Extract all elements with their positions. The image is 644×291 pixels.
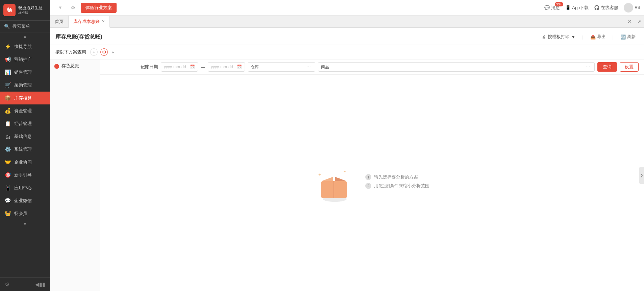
sidebar-item-member[interactable]: 👑 畅会员 — [0, 207, 50, 220]
tip-2-text: 用[过滤]条件来缩小分析范围 — [374, 183, 429, 189]
online-service-button[interactable]: 🎧 在线客服 — [594, 5, 618, 11]
warehouse-select[interactable]: 仓库 ··· — [248, 62, 315, 72]
sidebar-item-finance[interactable]: 💰 资金管理 — [0, 104, 50, 117]
sidebar-item-wechat[interactable]: 💬 企业微信 — [0, 194, 50, 207]
filter-settings-button[interactable]: ⚙ — [100, 48, 108, 56]
sidebar-item-label: 应用中心 — [14, 185, 32, 191]
plan-item-inventory-ledger[interactable]: ⬤ 存货总账 — [50, 59, 100, 72]
step-2-circle: 2 — [365, 183, 371, 189]
audio-icon[interactable]: ◀▮▮ — [35, 281, 45, 288]
sidebar: 畅 畅捷通好生意 标准版 🔍 搜索菜单 ▲ ⚡ 快捷导航 📢 营销推广 📊 销售… — [0, 0, 50, 291]
top-settings-icon[interactable]: ⚙ — [69, 3, 77, 12]
filter-conditions-row: 记账日期 yyyy-mm-dd 📅 — yyyy-mm-dd 📅 仓库 ··· — [100, 59, 644, 75]
query-button[interactable]: 查询 — [597, 62, 617, 72]
refresh-icon: 🔄 — [620, 34, 626, 40]
user-name: Rit — [635, 5, 640, 10]
filter-label: 按以下方案查询 — [55, 49, 86, 55]
empty-state: ✦ ✦ ✦ 1 请先选择要分析的方案 2 用[过滤]条件来缩小分析范围 — [100, 75, 644, 291]
scroll-up-btn[interactable]: ▲ — [0, 32, 50, 40]
sidebar-item-operations[interactable]: 📋 经营管理 — [0, 117, 50, 130]
right-panel-toggle[interactable]: ❯ — [639, 167, 644, 184]
export-icon: 📤 — [590, 34, 596, 40]
header-actions: 🖨 按模板打印 ▼ | 📤 导出 | 🔄 刷新 — [539, 32, 639, 41]
system-icon: ⚙️ — [5, 146, 11, 152]
product-more-icon[interactable]: ··· — [585, 64, 592, 70]
sidebar-item-label: 销售管理 — [14, 69, 32, 75]
filter-add-button[interactable]: + — [90, 48, 98, 56]
member-icon: 👑 — [5, 211, 11, 217]
page-header: 库存总账(存货总账) 🖨 按模板打印 ▼ | 📤 导出 | 🔄 刷新 — [50, 28, 644, 45]
sidebar-item-quick-nav[interactable]: ⚡ 快捷导航 — [0, 40, 50, 53]
svg-marker-2 — [321, 177, 333, 181]
message-icon: 💬 — [544, 5, 550, 10]
tab-inventory-cost[interactable]: 库存成本总账 ✕ — [69, 16, 110, 28]
date-start-input[interactable]: yyyy-mm-dd 📅 — [161, 62, 198, 72]
user-avatar[interactable]: Rit — [624, 3, 640, 13]
main-content: ▼ ⚙ 体验行业方案 💬 消息 99+ 📱 App下载 🎧 在线客服 Rit — [50, 0, 644, 291]
sidebar-item-marketing[interactable]: 📢 营销推广 — [0, 53, 50, 66]
tab-close-icon[interactable]: ✕ — [102, 19, 105, 24]
product-label: 商品 — [321, 64, 329, 70]
date-field-label: 记账日期 — [141, 64, 158, 70]
date-start-placeholder: yyyy-mm-dd — [164, 65, 186, 69]
sidebar-item-enterprise[interactable]: 🤝 企业协同 — [0, 156, 50, 169]
sidebar-item-inventory[interactable]: 📦 库存核算 — [0, 92, 50, 104]
headset-icon: 🎧 — [594, 5, 599, 10]
scroll-down-btn[interactable]: ▼ — [0, 220, 50, 228]
sidebar-search-label: 搜索菜单 — [13, 23, 30, 29]
quick-nav-icon: ⚡ — [5, 44, 11, 50]
window-expand-icon[interactable]: ⤢ — [635, 18, 644, 26]
top-search-area[interactable]: ▼ — [54, 4, 65, 11]
svg-text:✦: ✦ — [338, 177, 341, 180]
setup-button[interactable]: 设置 — [620, 62, 639, 72]
svg-text:✦: ✦ — [318, 172, 321, 177]
message-button[interactable]: 💬 消息 99+ — [544, 5, 560, 11]
export-button[interactable]: 📤 导出 — [588, 32, 609, 41]
refresh-button[interactable]: 🔄 刷新 — [618, 32, 639, 41]
enterprise-icon: 🤝 — [5, 159, 11, 165]
app-download-button[interactable]: 📱 App下载 — [565, 5, 589, 11]
tab-bar: 首页 库存成本总账 ✕ ✕ ⤢ — [50, 16, 644, 28]
window-close-icon[interactable]: ✕ — [625, 17, 635, 26]
plan-item-label: 存货总账 — [61, 63, 79, 69]
date-end-input[interactable]: yyyy-mm-dd 📅 — [208, 62, 245, 72]
sidebar-item-label: 企业协同 — [14, 159, 32, 165]
calendar-start-icon[interactable]: 📅 — [190, 65, 195, 69]
product-select[interactable]: 商品 ··· — [318, 62, 595, 72]
sidebar-item-label: 系统管理 — [14, 146, 32, 152]
operations-icon: 📋 — [5, 121, 11, 127]
settings-gear-icon[interactable]: ⚙ — [5, 281, 9, 288]
logo-icon: 畅 — [3, 4, 16, 16]
calendar-end-icon[interactable]: 📅 — [237, 65, 242, 69]
basic-icon: 🗂 — [5, 134, 11, 140]
top-bar-left: ▼ ⚙ 体验行业方案 — [54, 3, 544, 13]
top-bar: ▼ ⚙ 体验行业方案 💬 消息 99+ 📱 App下载 🎧 在线客服 Rit — [50, 0, 644, 16]
separator: | — [582, 34, 583, 40]
message-badge: 99+ — [555, 2, 563, 6]
filter-actions: 查询 设置 — [597, 62, 639, 72]
tab-home[interactable]: 首页 — [50, 16, 69, 27]
sidebar-item-purchase[interactable]: 🛒 采购管理 — [0, 79, 50, 92]
sidebar-item-label: 快捷导航 — [14, 44, 32, 50]
industry-solution-button[interactable]: 体验行业方案 — [81, 3, 117, 13]
warehouse-more-icon[interactable]: ··· — [305, 64, 312, 70]
sidebar-item-label: 经营管理 — [14, 121, 32, 127]
sidebar-item-label: 库存核算 — [14, 95, 32, 101]
app-logo: 畅 畅捷通好生意 标准版 — [0, 0, 50, 21]
sidebar-item-basic[interactable]: 🗂 基础信息 — [0, 130, 50, 143]
print-label: 按模板打印 — [548, 34, 570, 40]
search-icon: 🔍 — [4, 24, 10, 29]
sales-icon: 📊 — [5, 69, 11, 75]
filter-collapse-button[interactable]: « — [110, 49, 116, 55]
sidebar-search[interactable]: 🔍 搜索菜单 — [0, 21, 50, 32]
sidebar-item-system[interactable]: ⚙️ 系统管理 — [0, 143, 50, 156]
sidebar-item-label: 新手引导 — [14, 172, 32, 178]
sidebar-item-label: 营销推广 — [14, 56, 32, 63]
phone-icon: 📱 — [565, 5, 571, 10]
print-button[interactable]: 🖨 按模板打印 ▼ — [539, 32, 578, 41]
sidebar-item-apps[interactable]: 📱 应用中心 — [0, 181, 50, 194]
sidebar-item-sales[interactable]: 📊 销售管理 — [0, 66, 50, 79]
printer-icon: 🖨 — [542, 34, 546, 40]
sidebar-item-guide[interactable]: 🎯 新手引导 — [0, 169, 50, 181]
page-content: 库存总账(存货总账) 🖨 按模板打印 ▼ | 📤 导出 | 🔄 刷新 — [50, 28, 644, 291]
